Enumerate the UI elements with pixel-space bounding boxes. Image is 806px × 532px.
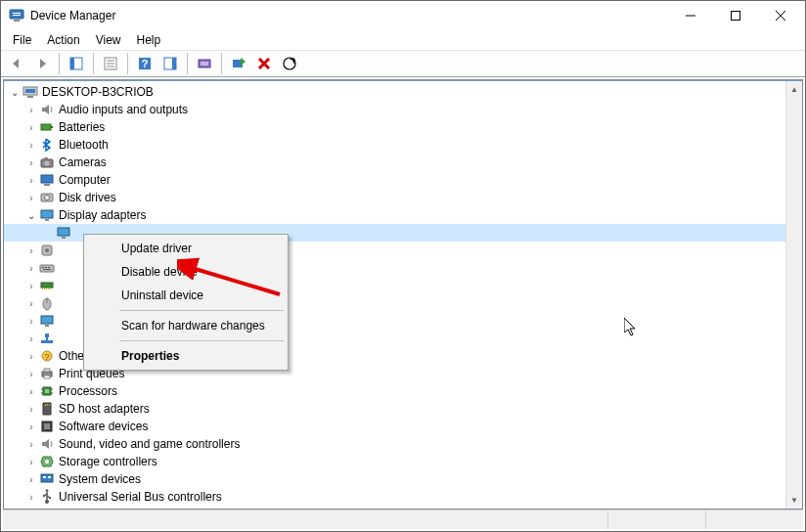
uninstall-device-button[interactable]: [252, 52, 276, 75]
expander-icon[interactable]: ›: [24, 402, 38, 416]
expander-icon[interactable]: ›: [24, 367, 38, 380]
expander-icon[interactable]: ›: [24, 420, 38, 433]
speaker-icon: [39, 436, 55, 452]
svg-text:?: ?: [44, 352, 49, 362]
context-menu-separator: [119, 340, 284, 341]
vertical-scrollbar[interactable]: ▲ ▼: [785, 81, 802, 509]
action-pane-button[interactable]: [158, 52, 182, 75]
context-menu-item[interactable]: Update driver: [86, 237, 286, 260]
help-button[interactable]: ?: [133, 52, 157, 75]
app-icon: [9, 8, 24, 23]
back-button[interactable]: [5, 52, 28, 75]
close-button[interactable]: [758, 1, 803, 30]
expander-icon[interactable]: ›: [24, 437, 38, 451]
tree-root[interactable]: ⌄DESKTOP-B3CRIOB: [4, 83, 785, 101]
tree-item[interactable]: ›SD host adapters: [4, 400, 785, 418]
expander-icon[interactable]: ›: [24, 138, 38, 152]
update-driver-button[interactable]: [193, 52, 216, 75]
svg-rect-17: [172, 58, 176, 69]
computer-icon: [39, 172, 55, 188]
context-menu-item[interactable]: Uninstall device: [86, 284, 286, 307]
tree-item[interactable]: ›Software devices: [4, 418, 785, 435]
expander-icon[interactable]: ›: [24, 455, 38, 468]
svg-rect-52: [50, 288, 51, 289]
context-menu: Update driverDisable deviceUninstall dev…: [83, 234, 289, 371]
tree-item-label: System devices: [59, 472, 141, 486]
expander-icon[interactable]: ›: [24, 384, 38, 398]
svg-rect-58: [45, 333, 49, 337]
enable-device-button[interactable]: [227, 52, 250, 75]
tree-item[interactable]: ⌄Display adapters: [4, 206, 785, 224]
tree-item[interactable]: ›Disk drives: [4, 189, 785, 206]
context-menu-item[interactable]: Properties: [86, 344, 286, 368]
svg-rect-44: [45, 267, 47, 268]
svg-rect-3: [14, 20, 20, 22]
svg-rect-48: [42, 288, 43, 289]
expander-icon[interactable]: ›: [24, 191, 38, 204]
expander-icon[interactable]: ›: [24, 120, 38, 134]
tree-item[interactable]: ›Audio inputs and outputs: [4, 101, 785, 118]
tree-item[interactable]: ›System devices: [4, 470, 785, 488]
expander-icon[interactable]: ›: [24, 155, 38, 169]
status-cell: [705, 510, 803, 529]
expander-icon[interactable]: ›: [24, 296, 38, 310]
expander-icon[interactable]: ›: [24, 103, 38, 116]
tree-item[interactable]: ›Computer: [4, 171, 785, 189]
statusbar: [3, 510, 803, 529]
svg-point-30: [45, 161, 50, 166]
svg-rect-66: [45, 389, 49, 393]
tree-item-label: Bluetooth: [59, 138, 109, 152]
svg-rect-19: [201, 62, 208, 66]
toolbar-separator: [93, 53, 94, 74]
context-menu-item[interactable]: Disable device: [86, 260, 286, 284]
menu-view[interactable]: View: [88, 31, 129, 49]
properties-button[interactable]: [99, 52, 122, 75]
tree-item[interactable]: ›Processors: [4, 382, 785, 400]
expander-icon[interactable]: ›: [24, 349, 38, 363]
expander-icon[interactable]: ›: [24, 472, 38, 486]
expander-icon[interactable]: ⌄: [8, 85, 22, 99]
tree-item-label: Disk drives: [59, 191, 116, 204]
svg-rect-9: [70, 58, 74, 69]
svg-point-35: [45, 196, 50, 200]
scroll-down-arrow[interactable]: ▼: [786, 492, 802, 509]
bluetooth-icon: [39, 137, 55, 153]
svg-rect-72: [47, 404, 48, 406]
menu-file[interactable]: File: [5, 31, 39, 49]
toolbar-separator: [59, 53, 60, 74]
keyboard-icon: [39, 260, 55, 276]
minimize-button[interactable]: [668, 1, 713, 30]
tree-item[interactable]: ›Sound, video and game controllers: [4, 435, 785, 453]
expander-icon[interactable]: ›: [24, 490, 38, 504]
status-cell: [607, 510, 705, 529]
other-icon: ?: [39, 348, 55, 364]
tree-item[interactable]: ›Bluetooth: [4, 136, 785, 154]
maximize-button[interactable]: [713, 1, 758, 30]
forward-button[interactable]: [30, 52, 54, 75]
expander-icon[interactable]: ›: [24, 244, 38, 257]
expander-icon[interactable]: ›: [24, 314, 38, 328]
tree-root-label: DESKTOP-B3CRIOB: [42, 85, 154, 99]
svg-rect-55: [41, 316, 53, 324]
scroll-up-arrow[interactable]: ▲: [786, 81, 802, 98]
show-hide-console-tree-button[interactable]: [65, 52, 88, 75]
menu-action[interactable]: Action: [39, 31, 87, 49]
expander-icon[interactable]: ›: [24, 173, 38, 187]
tree-item[interactable]: ›Storage controllers: [4, 453, 785, 470]
menu-help[interactable]: Help: [129, 31, 169, 49]
computer-root-icon: [22, 84, 38, 100]
svg-rect-56: [45, 325, 49, 327]
svg-rect-36: [41, 210, 53, 218]
svg-rect-57: [41, 340, 53, 343]
expander-icon[interactable]: ›: [24, 279, 38, 292]
expander-icon[interactable]: ›: [24, 332, 38, 345]
expander-icon[interactable]: ›: [24, 261, 38, 275]
expander-icon[interactable]: ⌄: [24, 208, 38, 222]
tree-item[interactable]: ›Cameras: [4, 154, 785, 171]
scan-hardware-button[interactable]: [278, 52, 301, 75]
tree-item[interactable]: ›Universal Serial Bus controllers: [4, 488, 785, 506]
tree-item[interactable]: ›Batteries: [4, 118, 785, 136]
svg-rect-78: [43, 476, 46, 478]
context-menu-item[interactable]: Scan for hardware changes: [86, 314, 286, 337]
svg-rect-75: [44, 423, 50, 429]
